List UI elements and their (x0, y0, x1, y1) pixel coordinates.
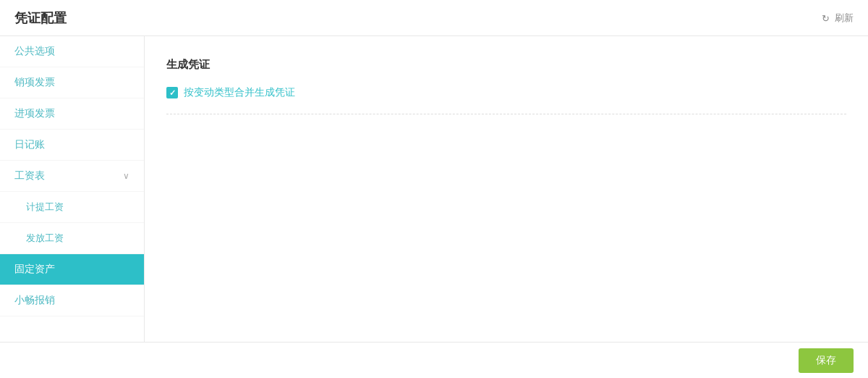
refresh-button[interactable]: ↻ 刷新 (822, 12, 854, 25)
section-title: 生成凭证 (166, 58, 846, 72)
sidebar-item-expense-report[interactable]: 小畅报销 (0, 285, 144, 316)
sidebar-item-payroll-distribute[interactable]: 发放工资 (0, 223, 144, 254)
main-container: 公共选项销项发票进项发票日记账工资表∨计提工资发放工资固定资产小畅报销 生成凭证… (0, 36, 868, 342)
sidebar: 公共选项销项发票进项发票日记账工资表∨计提工资发放工资固定资产小畅报销 (0, 36, 145, 342)
sidebar-item-label: 进项发票 (14, 107, 55, 120)
sidebar-item-label: 销项发票 (14, 76, 55, 89)
footer: 保存 (0, 342, 868, 378)
sidebar-item-purchase-invoice[interactable]: 进项发票 (0, 98, 144, 130)
sidebar-item-journal[interactable]: 日记账 (0, 130, 144, 161)
refresh-label: 刷新 (835, 12, 854, 25)
sidebar-item-label: 小畅报销 (14, 294, 55, 307)
divider (166, 114, 846, 114)
merge-checkbox[interactable] (166, 87, 178, 98)
page-title: 凭证配置 (14, 9, 67, 27)
sidebar-item-payroll[interactable]: 工资表∨ (0, 161, 144, 192)
checkbox-label[interactable]: 按变动类型合并生成凭证 (184, 86, 295, 99)
sidebar-item-label: 日记账 (14, 138, 45, 151)
sidebar-item-label: 工资表 (14, 169, 45, 182)
sidebar-item-public-options[interactable]: 公共选项 (0, 36, 144, 67)
sidebar-item-payroll-calculate[interactable]: 计提工资 (0, 192, 144, 223)
sidebar-item-label: 公共选项 (14, 45, 55, 58)
sidebar-item-label: 固定资产 (14, 263, 55, 276)
sidebar-item-sales-invoice[interactable]: 销项发票 (0, 67, 144, 98)
content-area: 生成凭证 按变动类型合并生成凭证 (145, 36, 868, 342)
refresh-icon: ↻ (822, 13, 832, 23)
page-header: 凭证配置 ↻ 刷新 (0, 0, 868, 36)
checkbox-row: 按变动类型合并生成凭证 (166, 86, 846, 99)
save-button[interactable]: 保存 (799, 348, 854, 373)
sidebar-item-label: 计提工资 (26, 201, 64, 214)
sidebar-item-label: 发放工资 (26, 232, 64, 245)
sidebar-item-fixed-assets[interactable]: 固定资产 (0, 254, 144, 285)
chevron-down-icon: ∨ (123, 171, 129, 181)
